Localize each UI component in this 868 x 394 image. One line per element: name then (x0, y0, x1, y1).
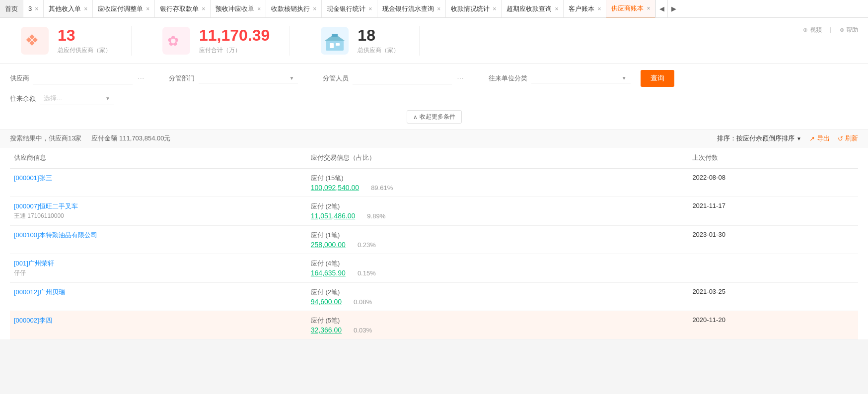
col-header-lastpay: 上次付数 (688, 147, 858, 169)
svg-rect-6 (330, 43, 334, 48)
transaction-amount[interactable]: 32,366.00 (311, 326, 342, 334)
nav-tab-customer-account[interactable]: 客户账本 × (564, 0, 606, 18)
transaction-amount[interactable]: 94,600.00 (311, 298, 342, 306)
summary-card-3: 18 总供应商（家） (310, 26, 420, 56)
close-tab-receipt-stat[interactable]: × (493, 5, 496, 12)
sort-label: 排序：按应付余额倒序排序 (717, 134, 795, 143)
supplier-link[interactable]: [000002]李四 (14, 317, 52, 324)
svg-rect-9 (332, 34, 338, 37)
transaction-amount[interactable]: 100,092,540.00 (311, 184, 359, 192)
dept-label: 分管部门 (169, 74, 195, 83)
export-label: 导出 (817, 134, 830, 143)
export-button[interactable]: ↗ 导出 (809, 134, 830, 143)
transaction-type: 应付 (2笔) (311, 202, 685, 211)
collapse-icon: ∧ (413, 114, 418, 121)
close-tab-ap-adjust[interactable]: × (146, 5, 149, 12)
supplier-cell: [000100]本特勤油品有限公司 (10, 226, 307, 254)
table-row: [000012]广州贝瑞应付 (2笔)94,600.000.08%2021-03… (10, 283, 858, 311)
nav-tab-other-income[interactable]: 其他收入单 × (44, 0, 93, 18)
svg-text:❖: ❖ (25, 31, 39, 49)
summary-card-2: ✿ 11,170.39 应付合计（万） (151, 26, 290, 56)
unit-class-select[interactable]: ▼ (531, 73, 631, 83)
close-tab-cash-bank-flow[interactable]: × (437, 5, 440, 12)
close-tab-cash-bank-stat[interactable]: × (368, 5, 372, 12)
transaction-cell: 应付 (15笔)100,092,540.0089.61% (307, 169, 689, 197)
svg-rect-7 (336, 43, 340, 46)
table-row: [000001]张三应付 (15笔)100,092,540.0089.61%20… (10, 169, 858, 197)
lastpay-cell: 2020-11-20 (688, 311, 858, 339)
transaction-cell: 应付 (1笔)258,000.000.23% (307, 226, 689, 254)
close-tab-customer-account[interactable]: × (597, 5, 601, 12)
close-tab-receipt-verify[interactable]: × (313, 5, 316, 12)
supplier-sub: 仔仔 (14, 269, 303, 277)
close-tab-overdue-ap[interactable]: × (555, 5, 558, 12)
balance-chevron: ▼ (105, 96, 110, 101)
nav-tab-cash-bank-flow[interactable]: 现金银行流水查询 × (377, 0, 446, 18)
supplier-link[interactable]: [000007]恒旺二手叉车 (14, 202, 78, 210)
collapse-button[interactable]: ∧ 收起更多条件 (407, 110, 462, 124)
nav-tab-home[interactable]: 首页 (0, 0, 23, 18)
refresh-button[interactable]: ↺ 刷新 (838, 134, 858, 143)
balance-label: 往来余额 (10, 94, 36, 103)
svg-text:✿: ✿ (167, 33, 179, 49)
col-header-transaction: 应付交易信息（占比） (307, 147, 689, 169)
close-tab-prepay[interactable]: × (257, 5, 261, 12)
nav-tab-bank-deposit[interactable]: 银行存取款单 × (155, 0, 211, 18)
supplier-link[interactable]: [001]广州荣轩 (14, 260, 54, 267)
supplier-link[interactable]: [000001]张三 (14, 174, 52, 182)
nav-tab-overdue-ap[interactable]: 超期应收款查询 × (502, 0, 564, 18)
table-wrap: 供应商信息 应付交易信息（占比） 上次付数 [000001]张三应付 (15笔)… (0, 147, 868, 339)
supplier-link[interactable]: [000100]本特勤油品有限公司 (14, 231, 97, 239)
card1-icon: ❖ (20, 26, 50, 56)
table-header-row: 供应商信息 应付交易信息（占比） 上次付数 (10, 147, 858, 169)
export-icon: ↗ (809, 135, 815, 142)
close-tab-3[interactable]: × (35, 5, 38, 12)
table-row: [000007]恒旺二手叉车王通 17106110000应付 (2笔)11,05… (10, 197, 858, 226)
supplier-dots[interactable]: ··· (138, 74, 144, 83)
nav-prev[interactable]: ◀ (655, 0, 667, 18)
result-bar: 搜索结果中，供应商13家 应付金额 111,703,854.00元 排序：按应付… (0, 130, 868, 147)
filter-unit-class: 往来单位分类 ▼ (489, 73, 631, 83)
filter-balance: 往来余额 选择... ▼ (10, 92, 114, 105)
sort-select[interactable]: 排序：按应付余额倒序排序 ▼ (717, 134, 801, 143)
summary-bar: ❖ 13 总应付供应商（家） ✿ 11,170.39 应付合计（万） (0, 18, 868, 64)
dept-select[interactable]: ▼ (199, 73, 298, 83)
nav-tab-cash-bank-stat[interactable]: 现金银行统计 × (322, 0, 377, 18)
col-header-supplier: 供应商信息 (10, 147, 307, 169)
nav-tab-prepay[interactable]: 预收冲应收单 × (211, 0, 266, 18)
refresh-label: 刷新 (845, 134, 858, 143)
person-input[interactable] (353, 72, 452, 84)
card3-icon (320, 26, 350, 56)
video-link[interactable]: ⊙ 视频 (803, 26, 821, 34)
transaction-amount[interactable]: 11,051,486.00 (311, 212, 356, 220)
transaction-amount[interactable]: 164,635.90 (311, 269, 346, 277)
transaction-type: 应付 (15笔) (311, 174, 685, 183)
transaction-type: 应付 (5笔) (311, 316, 685, 325)
filter-person: 分管人员 ··· (323, 72, 463, 84)
card2-number: 11,170.39 (199, 27, 270, 44)
nav-tab-receipt-verify[interactable]: 收款核销执行 × (266, 0, 322, 18)
help-link[interactable]: ⊙ 帮助 (840, 26, 858, 34)
result-actions: 排序：按应付余额倒序排序 ▼ ↗ 导出 ↺ 刷新 (717, 134, 858, 143)
nav-tab-3[interactable]: 3 × (23, 0, 44, 18)
transaction-amount[interactable]: 258,000.00 (311, 241, 346, 249)
supplier-input[interactable] (33, 72, 133, 84)
card2-label: 应付合计（万） (199, 46, 270, 55)
card3-content: 18 总供应商（家） (358, 27, 399, 55)
close-tab-other-income[interactable]: × (84, 5, 87, 12)
nav-tab-ap-adjust[interactable]: 应收应付调整单 × (93, 0, 155, 18)
query-button[interactable]: 查询 (641, 70, 674, 87)
transaction-percent: 89.61% (371, 184, 393, 192)
balance-select[interactable]: 选择... ▼ (40, 92, 114, 105)
nav-tab-receipt-stat[interactable]: 收款情况统计 × (446, 0, 502, 18)
person-dots[interactable]: ··· (457, 74, 463, 83)
supplier-link[interactable]: [000012]广州贝瑞 (14, 288, 65, 296)
filter-supplier: 供应商 ··· (10, 72, 144, 84)
unit-class-chevron: ▼ (622, 75, 627, 81)
close-tab-supplier-account[interactable]: × (647, 5, 650, 12)
transaction-type: 应付 (4笔) (311, 259, 685, 268)
sort-chevron-icon: ▼ (796, 136, 801, 141)
nav-tab-supplier-account[interactable]: 供应商账本 × (606, 0, 655, 18)
close-tab-bank-deposit[interactable]: × (202, 5, 205, 12)
nav-next[interactable]: ▶ (667, 0, 679, 18)
